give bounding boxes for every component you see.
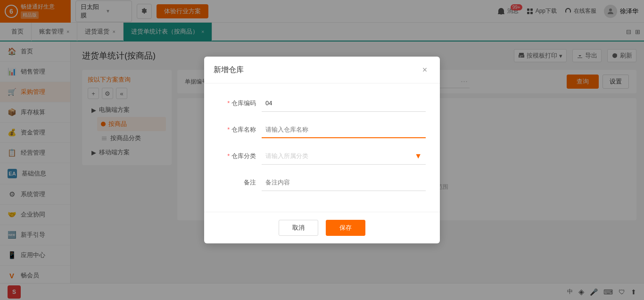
required-star: *: [227, 100, 230, 107]
name-label-text: 仓库名称: [231, 126, 256, 133]
modal-title: 新增仓库: [214, 65, 244, 75]
warehouse-name-input[interactable]: [262, 121, 426, 138]
code-label: * 仓库编码: [218, 99, 256, 108]
modal-header: 新增仓库 ×: [204, 57, 440, 83]
modal-close-button[interactable]: ×: [419, 64, 430, 75]
save-button[interactable]: 保存: [326, 220, 365, 236]
modal-body: * 仓库编码 * 仓库名称 * 仓库分类 请输入: [204, 83, 440, 212]
notes-label-text: 备注: [244, 179, 256, 186]
notes-label: 备注: [218, 178, 256, 187]
category-label-text: 仓库分类: [231, 152, 256, 159]
name-label: * 仓库名称: [218, 125, 256, 134]
warehouse-notes-input[interactable]: [262, 174, 426, 191]
category-arrow-icon: ▼: [414, 152, 422, 160]
cancel-button[interactable]: 取消: [279, 220, 318, 236]
modal-footer: 取消 保存: [204, 212, 440, 243]
code-label-text: 仓库编码: [231, 100, 256, 107]
required-star-2: *: [227, 126, 230, 133]
warehouse-name-row: * 仓库名称: [218, 121, 426, 138]
category-label: * 仓库分类: [218, 152, 256, 160]
warehouse-code-row: * 仓库编码: [218, 95, 426, 112]
modal-overlay[interactable]: 新增仓库 × * 仓库编码 * 仓库名称: [0, 0, 644, 300]
warehouse-category-row: * 仓库分类 请输入所属分类 ▼: [218, 148, 426, 165]
required-star-3: *: [227, 152, 230, 159]
add-warehouse-modal: 新增仓库 × * 仓库编码 * 仓库名称: [204, 57, 440, 243]
warehouse-category-select[interactable]: 请输入所属分类 ▼: [262, 148, 426, 165]
warehouse-notes-row: 备注: [218, 174, 426, 191]
warehouse-code-input[interactable]: [262, 95, 426, 112]
category-placeholder: 请输入所属分类: [265, 152, 414, 160]
